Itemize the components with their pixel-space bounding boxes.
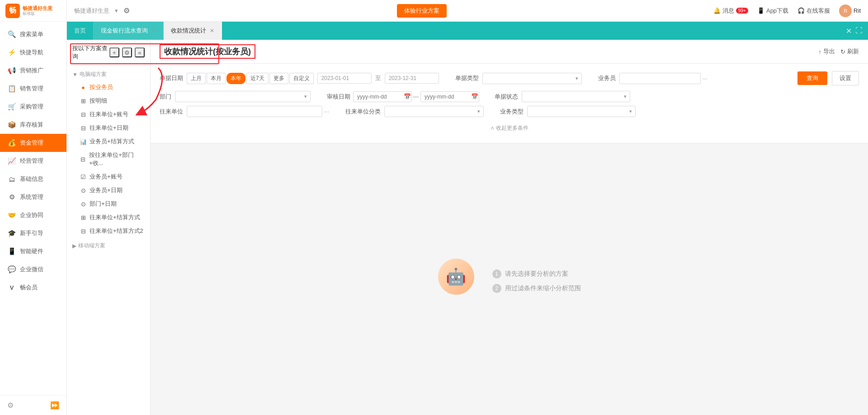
unit-account-icon: ⊟ [80,111,87,118]
sidebar-item-sales[interactable]: 📋 销售管理 [0,80,66,98]
hint-num-2: 2 [492,284,501,293]
dept-label: 部门 [160,93,171,101]
query-actions-right: 查询 设置 [797,71,859,85]
close-collection-stats-tab[interactable]: ✕ [210,28,214,34]
scheme-unit-settle1[interactable]: ⊞ 往来单位+结算方式 [67,211,150,224]
tab-bar: 首页 现金银行流水查询 ✕ 收款情况统计 ✕ ✕ ⛶ [67,22,868,40]
hint-text-1: 请先选择要分析的方案 [505,270,568,278]
doc-type-select[interactable] [482,73,582,84]
sidebar-item-operations[interactable]: 📈 经营管理 [0,152,66,170]
sidebar-item-search[interactable]: 🔍 搜索菜单 [0,25,66,43]
tab-bank-flow[interactable]: 现金银行流水查询 ✕ [94,22,164,40]
sidebar-item-purchase[interactable]: 🛒 采购管理 [0,98,66,116]
hint-1: 1 请先选择要分析的方案 [492,269,581,278]
doc-status-select[interactable] [522,91,630,102]
mobile-scheme-group[interactable]: ▶ 移动端方案 [67,240,150,252]
scheme-salesperson-account[interactable]: ☑ 业务员+账号 [67,170,150,184]
gear-scheme-button[interactable]: ⚙ [122,47,132,57]
query-button[interactable]: 查询 [797,71,827,85]
message-button[interactable]: 🔔 消息 99+ [713,7,748,15]
add-scheme-button[interactable]: + [109,47,119,57]
audit-to-input[interactable] [420,91,479,102]
counterpart-more-icon[interactable]: ··· [324,108,329,115]
sidebar-footer: ⚙ ⏩ [0,395,66,415]
settings-icon[interactable]: ⚙ [7,401,14,410]
date-btn-7days[interactable]: 近7天 [246,73,269,84]
salesperson-input[interactable] [619,73,701,84]
scheme-salesperson-date[interactable]: ⊙ 业务员+日期 [67,184,150,197]
sidebar-item-nav[interactable]: ⚡ 快捷导航 [0,43,66,61]
sidebar-menu: 🔍 搜索菜单 ⚡ 快捷导航 📢 营销推广 📋 销售管理 🛒 采购管理 📦 库存核… [0,22,66,395]
audit-from-input[interactable] [353,91,412,102]
dept-select[interactable] [175,91,311,102]
sidebar-item-hardware[interactable]: 📱 智能硬件 [0,242,66,260]
counterpart-input[interactable] [187,106,322,117]
breadcrumb-dropdown[interactable]: ▾ [115,7,118,14]
close-bank-flow-tab[interactable]: ✕ [151,28,156,34]
user-avatar[interactable]: R Rit [839,5,861,17]
scheme-dept-date[interactable]: ⊙ 部门+日期 [67,197,150,211]
counterpart-cat-label: 往来单位分类 [345,108,381,116]
date-btn-custom[interactable]: 自定义 [289,73,314,84]
sidebar-item-basic-info[interactable]: 🗂 基础信息 [0,170,66,188]
scheme-unit-account[interactable]: ⊟ 往来单位+账号 [67,108,150,121]
desktop-scheme-group[interactable]: ▼ 电脑端方案 [67,68,150,80]
calendar-icon-2: 📅 [471,93,478,100]
sidebar-item-system[interactable]: ⚙ 系统管理 [0,188,66,206]
biz-type-wrapper: ▾ [527,106,636,117]
sidebar-item-vip[interactable]: V 畅会员 [0,278,66,297]
sidebar-item-inventory[interactable]: 📦 库存核算 [0,116,66,134]
tab-collection-stats[interactable]: 收款情况统计 ✕ [164,22,222,40]
logo-text: 畅捷通好生意 标准版 [23,5,52,17]
demo-button[interactable]: 体验行业方案 [397,4,447,18]
scheme-unit-dept-collect[interactable]: ⊟ 按往来单位+部门+收... [67,148,150,170]
doc-status-label: 单据状态 [495,93,518,101]
expand-icon: ▼ [72,71,78,78]
calendar-icon-1: 📅 [404,93,411,100]
scheme-by-salesperson[interactable]: ● 按业务员 [67,80,150,94]
close-window-icon[interactable]: ✕ [846,27,852,35]
salesperson-more-icon[interactable]: ··· [703,75,708,82]
collapse-panel-button[interactable]: « [135,47,145,57]
sidebar-item-wechat[interactable]: 💬 企业微信 [0,260,66,278]
scheme-salesperson-settle[interactable]: 📊 业务员+结算方式 [67,135,150,148]
sidebar-item-funds[interactable]: 💰 资金管理 [0,134,66,152]
collapse-sidebar-icon[interactable]: ⏩ [50,401,59,410]
empty-state: 🤖 1 请先选择要分析的方案 2 用过滤条件来缩小分析范围 [438,259,581,300]
marketing-icon: 📢 [7,66,16,75]
online-service-button[interactable]: 🎧 在线客服 [797,7,830,15]
maximize-window-icon[interactable]: ⛶ [855,27,863,35]
scheme-by-detail[interactable]: ⊞ 按明细 [67,94,150,108]
sidebar-item-marketing[interactable]: 📢 营销推广 [0,61,66,80]
user-name: Rit [854,7,861,14]
basic-info-icon: 🗂 [7,174,16,184]
date-from-input[interactable] [317,73,372,84]
operations-icon: 📈 [7,156,16,165]
biz-type-field: 业务类型 ▾ [500,106,636,117]
refresh-button[interactable]: ↻ 刷新 [840,47,859,56]
date-btn-more[interactable]: 更多 [269,73,288,84]
app-download-button[interactable]: 📱 App下载 [757,7,788,15]
date-btn-last-month[interactable]: 上月 [187,73,206,84]
export-button[interactable]: ↑ 导出 [819,47,835,56]
sidebar-item-corp[interactable]: 🤝 企业协同 [0,206,66,224]
header-gear-icon[interactable]: ⚙ [123,6,130,15]
scheme-unit-settle2[interactable]: ⊟ 往来单位+结算方式2 [67,224,150,238]
date-btn-this-month[interactable]: 本月 [207,73,226,84]
scheme-unit-date[interactable]: ⊟ 往来单位+日期 [67,121,150,135]
message-icon: 🔔 [713,7,721,14]
search-area: 单据日期 上月 本月 本年 近7天 更多 自定义 至 [151,64,868,143]
date-to-input[interactable] [385,73,439,84]
sidebar-item-guide[interactable]: 🎓 新手引导 [0,224,66,242]
collapse-bar[interactable]: ∧ 收起更多条件 [160,121,859,136]
settings-button[interactable]: 设置 [832,71,859,85]
hardware-icon: 📱 [7,247,16,256]
counterpart-cat-select[interactable] [384,106,484,117]
title-actions: ↑ 导出 ↻ 刷新 [819,47,859,56]
salesperson-label: 业务员 [598,74,616,82]
nav-icon: ⚡ [7,48,16,57]
biz-type-select[interactable] [527,106,636,117]
dept-wrapper: ▾ [175,91,311,102]
date-btn-this-year[interactable]: 本年 [226,73,245,84]
tab-home[interactable]: 首页 [67,22,94,40]
